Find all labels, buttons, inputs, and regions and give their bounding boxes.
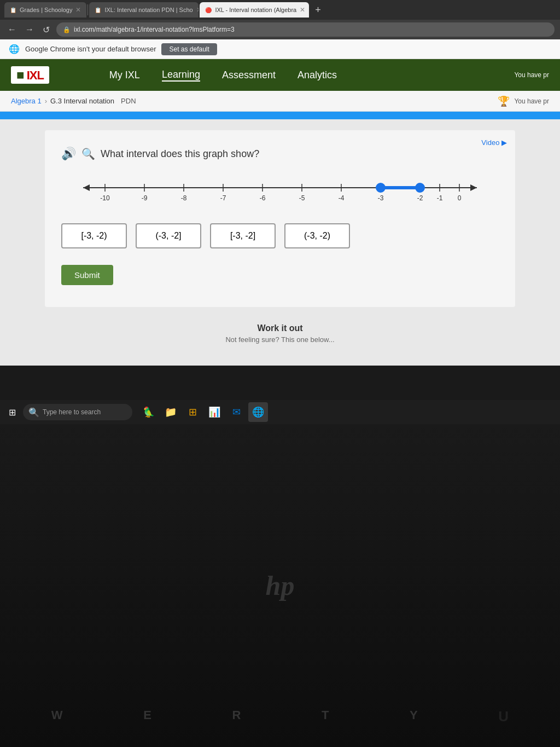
tab-ixl-active[interactable]: 🔴 IXL - Interval notation (Algebra ✕ [200, 2, 309, 18]
back-button[interactable]: ← [5, 24, 19, 36]
svg-text:-2: -2 [417, 194, 423, 202]
breadcrumb-sep-1: › [45, 97, 47, 105]
work-it-out-title: Work it out [22, 323, 538, 333]
key-e: E [143, 708, 151, 725]
taskbar-search-text: Type here to search [43, 408, 101, 416]
svg-marker-2 [470, 184, 477, 191]
svg-marker-1 [83, 184, 90, 191]
tab-separator [88, 4, 88, 15]
ixl-nav: ■ IXL My IXL Learning Assessment Analyti… [0, 59, 560, 91]
taskbar-item-mail[interactable]: ✉ [226, 402, 246, 422]
svg-text:-3: -3 [378, 194, 384, 202]
taskbar-item-excel[interactable]: 📊 [205, 402, 224, 422]
breadcrumb-pdn: PDN [121, 97, 136, 105]
tab-bar: 📋 Grades | Schoology ✕ 📋 IXL: Interval n… [0, 0, 560, 20]
excel-icon: 📊 [208, 406, 220, 418]
ixl-nav-right: You have pr [514, 71, 549, 79]
tab-close-1[interactable]: ✕ [75, 6, 81, 14]
windows-start-button[interactable]: ⊞ [3, 403, 21, 421]
svg-text:-7: -7 [220, 194, 226, 202]
new-tab-button[interactable]: + [310, 2, 325, 18]
svg-point-23 [416, 183, 424, 192]
answer-choices: [-3, -2) (-3, -2] [-3, -2] (-3, -2) [61, 223, 499, 248]
chrome-icon: 🌐 [9, 44, 20, 54]
answer-choice-b[interactable]: (-3, -2] [136, 223, 201, 248]
sound-icon[interactable]: 🔊 [61, 147, 76, 161]
svg-text:-4: -4 [339, 194, 345, 202]
forward-button[interactable]: → [23, 24, 36, 36]
nav-my-ixl[interactable]: My IXL [109, 70, 140, 81]
question-card: Video ▶ 🔊 🔍 What interval does this grap… [45, 130, 515, 307]
nav-learning[interactable]: Learning [162, 69, 200, 82]
set-default-button[interactable]: Set as default [161, 43, 217, 55]
question-header: 🔊 🔍 What interval does this graph show? [61, 147, 499, 161]
taskbar: ⊞ 🔍 Type here to search 🦜 📁 ⊞ 📊 ✉ 🌐 [0, 400, 560, 424]
ixl-app: ■ IXL My IXL Learning Assessment Analyti… [0, 59, 560, 366]
svg-text:-1: -1 [437, 194, 443, 202]
trophy-icon: 🏆 [498, 95, 510, 107]
address-bar: ← → ↺ 🔒 ixl.com/math/algebra-1/interval-… [0, 20, 560, 39]
nav-analytics[interactable]: Analytics [298, 70, 337, 81]
chrome-taskbar-icon: 🌐 [252, 406, 264, 418]
notification-bar: 🌐 Google Chrome isn't your default brows… [0, 39, 560, 59]
tab-ixl-pdn[interactable]: 📋 IXL: Interval notation PDN | Scho ✕ [89, 2, 199, 18]
breadcrumb-bar: Algebra 1 › G.3 Interval notation PDN 🏆 … [0, 91, 560, 112]
taskbar-item-folder[interactable]: 🦜 [139, 402, 159, 422]
keyboard-area: W E R T Y U [0, 708, 560, 725]
answer-choice-a[interactable]: [-3, -2) [61, 223, 127, 248]
blue-accent-bar [0, 112, 560, 119]
notification-text: Google Chrome isn't your default browser [25, 45, 156, 53]
work-it-out-section: Work it out Not feeling sure? This one b… [16, 318, 544, 349]
video-play-icon: ▶ [501, 138, 507, 147]
taskbar-item-apps[interactable]: ⊞ [183, 402, 202, 422]
refresh-button[interactable]: ↺ [40, 24, 52, 36]
magnify-icon[interactable]: 🔍 [81, 147, 95, 160]
answer-choice-c[interactable]: [-3, -2] [210, 223, 276, 248]
breadcrumb: Algebra 1 › G.3 Interval notation PDN [11, 97, 136, 105]
url-text: ixl.com/math/algebra-1/interval-notation… [74, 26, 235, 33]
ixl-pdn-tab-icon: 📋 [95, 7, 101, 13]
secure-icon: 🔒 [63, 26, 71, 33]
laptop-body: hp W E R T Y U [0, 424, 560, 747]
svg-text:-5: -5 [299, 194, 305, 202]
key-t: T [322, 708, 329, 725]
ixl-nav-links: My IXL Learning Assessment Analytics [109, 69, 337, 82]
key-u: U [498, 708, 509, 725]
folder-icon: 🦜 [143, 406, 155, 418]
taskbar-search-icon: 🔍 [28, 407, 39, 418]
apps-icon: ⊞ [189, 406, 197, 418]
work-it-out-subtitle: Not feeling sure? This one below... [22, 335, 538, 344]
ixl-pdn-tab-label: IXL: Interval notation PDN | Scho [104, 7, 192, 13]
tab-close-2[interactable]: ✕ [196, 6, 199, 14]
answer-choice-d[interactable]: (-3, -2) [284, 223, 350, 248]
taskbar-search-bar[interactable]: 🔍 Type here to search [23, 404, 132, 420]
ixl-active-tab-label: IXL - Interval notation (Algebra [215, 7, 296, 13]
mail-icon: ✉ [232, 406, 241, 418]
taskbar-item-chrome[interactable]: 🌐 [248, 402, 268, 422]
svg-text:-8: -8 [181, 194, 187, 202]
ixl-logo: ■ IXL [11, 66, 49, 84]
number-line-svg: -10 -9 -8 -7 -6 -5 -4 -3 [72, 174, 488, 207]
key-r: R [232, 708, 241, 725]
url-bar[interactable]: 🔒 ixl.com/math/algebra-1/interval-notati… [56, 22, 555, 37]
taskbar-items: 🦜 📁 ⊞ 📊 ✉ 🌐 [139, 402, 268, 422]
video-button[interactable]: Video ▶ [481, 138, 507, 147]
key-w: W [51, 708, 63, 725]
hp-logo: hp [266, 570, 295, 601]
breadcrumb-interval: G.3 Interval notation [50, 97, 114, 105]
question-text: What interval does this graph show? [101, 148, 259, 160]
browser-chrome: 📋 Grades | Schoology ✕ 📋 IXL: Interval n… [0, 0, 560, 59]
breadcrumb-right: 🏆 You have pr [498, 95, 549, 107]
number-line-container: -10 -9 -8 -7 -6 -5 -4 -3 [72, 174, 488, 207]
tab-close-3[interactable]: ✕ [300, 6, 305, 14]
submit-button[interactable]: Submit [61, 265, 113, 285]
svg-text:-6: -6 [260, 194, 266, 202]
user-info: You have pr [514, 71, 549, 79]
svg-text:0: 0 [458, 194, 462, 202]
breadcrumb-algebra[interactable]: Algebra 1 [11, 97, 42, 105]
ixl-active-tab-icon: 🔴 [205, 7, 212, 13]
tab-schoology[interactable]: 📋 Grades | Schoology ✕ [4, 2, 86, 18]
nav-assessment[interactable]: Assessment [222, 70, 276, 81]
svg-text:-9: -9 [142, 194, 148, 202]
taskbar-item-files[interactable]: 📁 [161, 402, 180, 422]
